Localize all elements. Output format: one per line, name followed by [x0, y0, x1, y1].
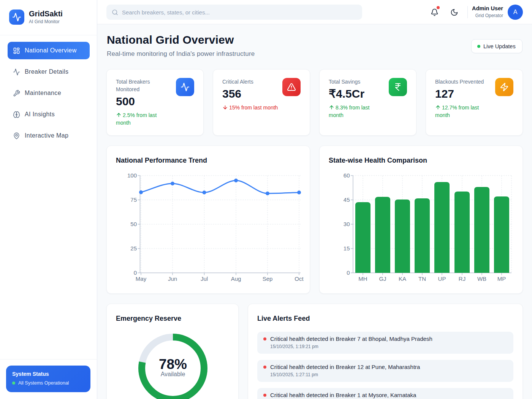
svg-text:GJ: GJ: [379, 276, 386, 282]
svg-text:0: 0: [347, 269, 350, 276]
svg-text:KA: KA: [399, 276, 406, 282]
svg-text:Available: Available: [161, 371, 185, 377]
svg-text:30: 30: [344, 221, 350, 227]
svg-text:25: 25: [130, 245, 137, 252]
svg-text:Jun: Jun: [168, 276, 177, 282]
svg-text:RJ: RJ: [459, 276, 466, 282]
svg-text:45: 45: [344, 196, 350, 203]
svg-text:75: 75: [130, 196, 137, 203]
svg-text:TN: TN: [418, 276, 426, 282]
svg-text:Jul: Jul: [201, 276, 208, 282]
svg-text:78%: 78%: [159, 356, 187, 372]
svg-text:WB: WB: [477, 276, 486, 282]
svg-text:0: 0: [134, 269, 137, 276]
svg-text:100: 100: [127, 172, 137, 179]
svg-text:60: 60: [344, 172, 350, 179]
svg-text:MP: MP: [497, 276, 506, 282]
svg-text:Aug: Aug: [231, 276, 241, 282]
svg-text:May: May: [136, 276, 147, 282]
svg-text:Sep: Sep: [263, 276, 273, 282]
svg-text:UP: UP: [438, 276, 446, 282]
svg-text:Oct: Oct: [294, 276, 304, 282]
svg-text:MH: MH: [358, 276, 367, 282]
svg-text:15: 15: [344, 245, 350, 252]
svg-text:50: 50: [130, 221, 137, 227]
